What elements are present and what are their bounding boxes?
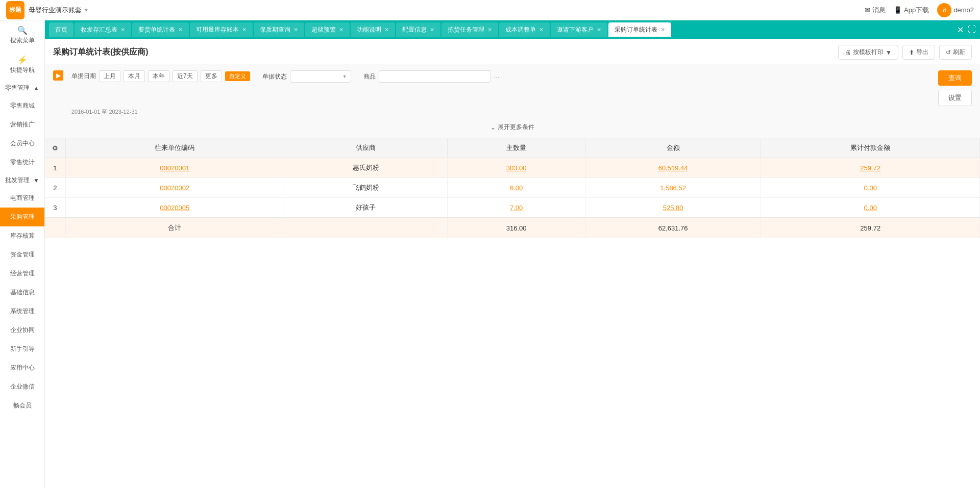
tab-overstock[interactable]: 超储预警 ✕ (305, 22, 350, 37)
tab-home[interactable]: 首页 (49, 22, 74, 37)
close-icon[interactable]: ✕ (178, 27, 183, 33)
close-icon[interactable]: ✕ (293, 27, 298, 33)
sidebar-item-member[interactable]: 会员中心 (0, 134, 44, 153)
cell-main-qty[interactable]: 303.00 (448, 158, 585, 178)
sidebar-item-system[interactable]: 系统管理 (0, 302, 44, 321)
sidebar-item-retail-shop[interactable]: 零售商城 (0, 96, 44, 115)
cell-paid-amount[interactable]: 0.00 (761, 198, 980, 218)
footer-empty-1 (45, 218, 65, 238)
sidebar-item-app-center[interactable]: 应用中心 (0, 358, 44, 377)
status-select[interactable] (290, 70, 351, 83)
more-filters-icon[interactable]: ··· (494, 73, 500, 81)
sidebar-item-basic-info[interactable]: 基础信息 (0, 283, 44, 302)
tab-pick-task[interactable]: 拣货任务管理 ✕ (442, 22, 498, 37)
avatar: d (937, 3, 951, 17)
tab-bar-actions: ✕ ⛶ (957, 25, 976, 35)
close-icon[interactable]: ✕ (430, 27, 434, 33)
sidebar-item-finance[interactable]: 资金管理 (0, 245, 44, 264)
expand-btn[interactable]: ⌄ 展开更多条件 (491, 123, 534, 132)
page-header: 采购订单统计表(按供应商) 🖨 按模板打印 ▼ ⬆ 导出 ↺ 刷新 (45, 39, 980, 64)
th-gear[interactable]: ⚙ (45, 138, 65, 158)
export-btn[interactable]: ⬆ 导出 (902, 45, 935, 60)
date-shortcut-last-month[interactable]: 上月 (99, 70, 120, 82)
date-custom-badge[interactable]: 自定义 (225, 71, 250, 81)
close-icon[interactable]: ✕ (242, 27, 247, 33)
cell-paid-amount[interactable]: 259.72 (761, 158, 980, 178)
sidebar-item-member2[interactable]: 畅会员 (0, 396, 44, 415)
workspace-selector[interactable]: 母婴行业演示账套 ▼ (29, 6, 89, 15)
status-filter: 单据状态 (262, 70, 351, 83)
cell-no: 3 (45, 198, 65, 218)
tab-invite-downstream[interactable]: 邀请下游客户 ✕ (551, 22, 607, 37)
tab-goods-stats[interactable]: 要货单统计表 ✕ (132, 22, 189, 37)
table-row: 1 00020001 惠氏奶粉 303.00 60,519.44 259.72 (45, 158, 980, 178)
cell-supplier: 惠氏奶粉 (284, 158, 448, 178)
tab-maximize-btn[interactable]: ⛶ (968, 25, 976, 35)
sidebar-item-enterprise-wechat[interactable]: 企业微信 (0, 377, 44, 396)
sidebar-item-retail-stats[interactable]: 零售统计 (0, 153, 44, 172)
sidebar-item-operations[interactable]: 经营管理 (0, 264, 44, 283)
cell-unit-code[interactable]: 00020002 (65, 178, 284, 198)
cell-paid-amount[interactable]: 0.00 (761, 178, 980, 198)
cell-main-qty[interactable]: 6.00 (448, 178, 585, 198)
filter-bar: ▶ 单据日期 上月 本月 本年 近7天 更多 自定义 (45, 64, 980, 138)
date-shortcut-more[interactable]: 更多 (201, 70, 222, 82)
tab-shelf-life[interactable]: 保质期查询 ✕ (254, 22, 304, 37)
template-print-btn[interactable]: 🖨 按模板打印 ▼ (838, 45, 898, 60)
close-icon[interactable]: ✕ (339, 27, 344, 33)
close-icon[interactable]: ✕ (660, 27, 665, 33)
tab-receive-summary[interactable]: 收发存汇总表 ✕ (75, 22, 131, 37)
sidebar-item-purchase[interactable]: 采购管理 (0, 208, 44, 226)
sidebar-item-wholesale[interactable]: 批发管理 ▼ (0, 172, 44, 189)
query-btn[interactable]: 查询 (938, 70, 972, 86)
table-row: 3 00020005 好孩子 7.00 525.80 0.00 (45, 198, 980, 218)
app-download-btn[interactable]: 📱 App下载 (894, 6, 929, 15)
settings-btn[interactable]: 设置 (938, 90, 972, 106)
refresh-icon: ↺ (946, 49, 951, 56)
cell-amount[interactable]: 1,586.52 (585, 178, 761, 198)
main-content: 首页 收发存汇总表 ✕ 要货单统计表 ✕ 可用量库存账本 ✕ 保质期查询 ✕ 超… (45, 20, 980, 488)
close-icon[interactable]: ✕ (120, 27, 125, 33)
export-icon: ⬆ (909, 49, 914, 56)
refresh-btn[interactable]: ↺ 刷新 (939, 45, 972, 60)
cell-main-qty[interactable]: 7.00 (448, 198, 585, 218)
app-logo: 标题 (6, 1, 24, 19)
message-btn[interactable]: ✉ 消息 (865, 6, 886, 15)
goods-input[interactable] (379, 70, 491, 83)
cell-amount[interactable]: 525.80 (585, 198, 761, 218)
close-icon[interactable]: ✕ (384, 27, 389, 33)
page-title: 采购订单统计表(按供应商) (53, 47, 149, 58)
sidebar-item-quick-nav[interactable]: ⚡ 快捷导航 (0, 50, 44, 80)
sidebar-item-marketing[interactable]: 营销推广 (0, 115, 44, 134)
th-main-qty: 主数量 (448, 138, 585, 158)
download-icon: 📱 (894, 6, 902, 14)
cell-amount[interactable]: 60,519.44 (585, 158, 761, 178)
date-shortcut-this-month[interactable]: 本月 (124, 70, 145, 82)
sidebar-item-retail[interactable]: 零售管理 ▲ (0, 80, 44, 96)
expand-row: ⌄ 展开更多条件 (53, 119, 972, 132)
tab-purchase-stats[interactable]: 采购订单统计表 ✕ (608, 22, 671, 37)
tab-cost-adjust[interactable]: 成本调整单 ✕ (499, 22, 550, 37)
user-profile[interactable]: d demo2 (937, 3, 974, 17)
tab-function-desc[interactable]: 功能说明 ✕ (351, 22, 395, 37)
sidebar-item-inventory[interactable]: 库存核算 (0, 226, 44, 245)
sidebar-item-enterprise[interactable]: 企业协同 (0, 321, 44, 340)
tab-available-inventory[interactable]: 可用量库存账本 ✕ (190, 22, 253, 37)
cell-unit-code[interactable]: 00020005 (65, 198, 284, 218)
close-icon[interactable]: ✕ (597, 27, 601, 33)
tab-config-info[interactable]: 配置信息 ✕ (396, 22, 440, 37)
cell-unit-code[interactable]: 00020001 (65, 158, 284, 178)
date-shortcut-7days[interactable]: 近7天 (173, 70, 198, 82)
filter-toggle-btn[interactable]: ▶ (53, 70, 63, 81)
close-icon[interactable]: ✕ (487, 27, 492, 33)
sidebar-item-ecommerce[interactable]: 电商管理 (0, 189, 44, 208)
sidebar-item-newbie[interactable]: 新手引导 (0, 340, 44, 358)
data-table: ⚙ 往来单位编码 供应商 主数量 金额 累计付款金额 1 00020001 惠氏… (45, 138, 980, 238)
close-icon[interactable]: ✕ (539, 27, 544, 33)
sidebar-item-search[interactable]: 🔍 搜索菜单 (0, 20, 44, 50)
date-shortcut-this-year[interactable]: 本年 (148, 70, 169, 82)
filter-query-col: 查询 设置 (938, 70, 972, 106)
date-range-text: 2016-01-01 至 2023-12-31 (71, 108, 138, 116)
tab-close-all-btn[interactable]: ✕ (957, 25, 964, 35)
cell-supplier: 飞鹤奶粉 (284, 178, 448, 198)
